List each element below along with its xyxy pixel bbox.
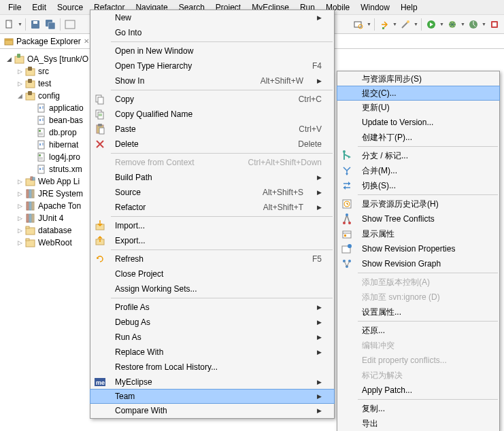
new-button[interactable] <box>3 18 16 31</box>
menu-item[interactable]: 创建补丁(P)... <box>337 130 499 145</box>
menu-edit[interactable]: Edit <box>27 1 52 14</box>
menu-icon-blank <box>90 389 110 404</box>
menu-item-label: Delete <box>110 139 284 149</box>
menu-help[interactable]: Help <box>395 1 423 14</box>
expand-icon[interactable]: ◢ <box>5 56 12 63</box>
wand-button[interactable] <box>399 18 412 31</box>
menu-item[interactable]: Go Into <box>90 25 334 40</box>
dropdown-arrow-icon[interactable]: ▼ <box>18 19 22 30</box>
menu-separator <box>358 321 498 322</box>
submenu-arrow-icon: ▶ <box>303 349 322 356</box>
submenu-arrow-icon: ▶ <box>303 407 322 414</box>
menu-item[interactable]: 更新(U) <box>337 100 499 115</box>
menu-item-label: 合并(M)... <box>356 165 487 177</box>
menu-item[interactable]: Team▶ <box>90 389 335 404</box>
menu-item[interactable]: 设置属性... <box>337 305 499 320</box>
menu-item[interactable]: Replace With▶ <box>90 345 334 360</box>
expand-icon[interactable]: ▷ <box>16 68 23 75</box>
menu-item[interactable]: Open in New Window <box>90 44 334 58</box>
menu-item[interactable]: Close Project <box>90 266 334 281</box>
menu-item[interactable]: 还原... <box>337 323 499 338</box>
menu-item[interactable]: meMyEclipse▶ <box>90 375 334 390</box>
file-xml <box>36 164 47 175</box>
menu-item[interactable]: Debug As▶ <box>90 315 334 330</box>
menu-item-label: Close Project <box>110 269 322 279</box>
menu-item[interactable]: Show InAlt+Shift+W▶ <box>90 73 334 88</box>
search-button[interactable] <box>352 18 365 31</box>
menu-item[interactable]: Copy Qualified Name <box>90 107 334 122</box>
refresh-icon <box>90 252 110 266</box>
submenu-arrow-icon: ▶ <box>303 77 322 84</box>
tab-close-icon[interactable]: ✕ <box>84 37 89 45</box>
expand-icon[interactable]: ▷ <box>16 178 23 185</box>
menu-item[interactable]: 导出 <box>337 416 499 431</box>
menu-item[interactable]: 显示资源历史记录(H) <box>337 196 499 211</box>
save-all-button[interactable] <box>44 18 57 31</box>
menu-item[interactable]: SourceAlt+Shift+S▶ <box>90 185 334 200</box>
menu-item-label: Build Path <box>110 173 303 182</box>
svg-rect-37 <box>29 190 31 198</box>
menu-item[interactable]: Export... <box>90 233 334 248</box>
menu-item-label: MyEclipse <box>110 377 303 387</box>
menu-item[interactable]: 提交(C)... <box>337 86 500 101</box>
menu-item[interactable]: 复制... <box>337 401 499 416</box>
expand-icon[interactable]: ▷ <box>16 80 23 87</box>
menu-file[interactable]: File <box>3 1 27 14</box>
menu-item[interactable]: Show Revision Properties <box>337 241 499 256</box>
build-button[interactable] <box>63 18 77 31</box>
menu-item[interactable]: CopyCtrl+C <box>90 92 334 107</box>
expand-icon[interactable]: ▷ <box>16 239 23 246</box>
package-explorer-tab[interactable]: Package Explorer ✕ <box>0 34 94 48</box>
menu-item[interactable]: RefactorAlt+Shift+T▶ <box>90 200 334 215</box>
menu-item[interactable]: Restore from Local History... <box>90 360 334 375</box>
menu-item[interactable]: 显示属性 <box>337 226 499 241</box>
menu-item-label: Refresh <box>110 254 299 264</box>
menu-window[interactable]: Window <box>355 1 395 14</box>
submenu-arrow-icon: ▶ <box>303 393 322 400</box>
menu-item[interactable]: 切换(S)... <box>337 178 499 193</box>
menu-item[interactable]: Profile As▶ <box>90 300 334 315</box>
save-button[interactable] <box>29 18 42 31</box>
menu-item-label: Show Revision Graph <box>356 259 487 269</box>
menu-item[interactable]: 与资源库同步(S) <box>337 71 499 86</box>
debug-button[interactable] <box>446 18 459 31</box>
submenu-arrow-icon: ▶ <box>303 174 322 181</box>
menu-item[interactable]: Update to Version... <box>337 115 499 130</box>
menu-item[interactable]: PasteCtrl+V <box>90 122 334 137</box>
menu-item-shortcut: Alt+Shift+W <box>247 76 303 86</box>
menu-item[interactable]: Run As▶ <box>90 330 334 345</box>
menu-item[interactable]: Apply Patch... <box>337 383 499 398</box>
menu-item[interactable]: DeleteDelete <box>90 137 334 152</box>
expand-icon[interactable]: ◢ <box>16 92 23 99</box>
menu-item[interactable]: 合并(M)... <box>337 163 499 178</box>
menu-icon-blank <box>90 185 110 200</box>
menu-item[interactable]: Compare With▶ <box>90 403 334 418</box>
menu-item[interactable]: Import... <box>90 218 334 233</box>
expand-icon[interactable]: ▷ <box>16 203 23 209</box>
menu-item[interactable]: Build Path▶ <box>90 170 334 185</box>
nav-button[interactable] <box>377 18 391 31</box>
menu-item[interactable]: Show Tree Conflicts <box>337 211 499 226</box>
menu-item[interactable]: RefreshF5 <box>90 252 334 266</box>
profile-button[interactable] <box>467 18 480 31</box>
menu-separator <box>111 153 333 154</box>
menu-item-label: Edit property conflicts... <box>356 356 487 365</box>
src-folder <box>25 78 36 89</box>
menu-item[interactable]: Show Revision Graph <box>337 256 499 271</box>
tree-label: OA_Sys [trunk/O <box>27 54 88 64</box>
ext-tools-button[interactable] <box>488 18 501 31</box>
menu-icon-blank <box>90 403 110 418</box>
menu-item[interactable]: Assign Working Sets... <box>90 281 334 296</box>
expand-icon[interactable]: ▷ <box>16 215 23 222</box>
expand-icon[interactable]: ▷ <box>16 227 23 234</box>
menu-item: 添加至 svn:ignore (D) <box>337 290 499 305</box>
run-button[interactable] <box>424 18 438 31</box>
svg-rect-39 <box>27 202 29 210</box>
menu-item[interactable]: 分支 / 标记... <box>337 148 499 163</box>
project-icon <box>14 54 25 65</box>
menu-item[interactable]: Open Type HierarchyF4 <box>90 58 334 73</box>
menu-source[interactable]: Source <box>52 1 88 14</box>
menu-icon-blank <box>90 25 110 40</box>
menu-item[interactable]: New▶ <box>90 10 334 25</box>
expand-icon[interactable]: ▷ <box>16 190 23 197</box>
